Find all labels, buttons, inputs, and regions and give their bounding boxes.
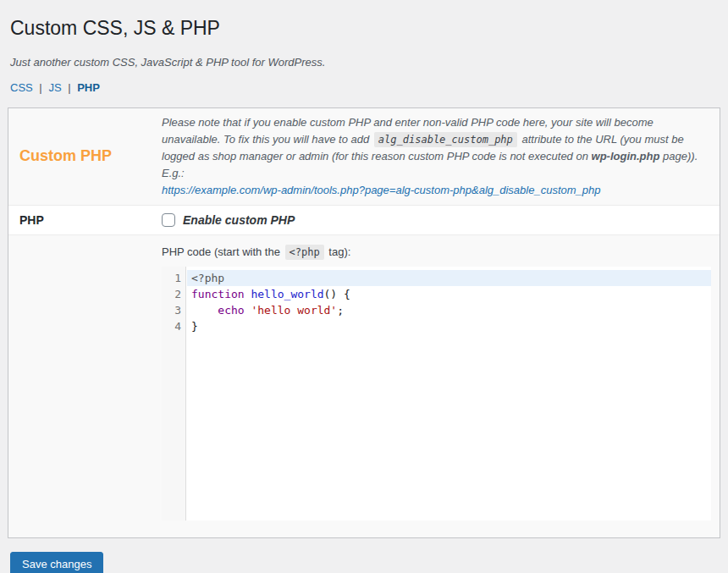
tab-js[interactable]: JS	[48, 81, 61, 94]
line-number: 3	[162, 302, 187, 318]
line-number: 4	[162, 318, 187, 334]
code-field-label: PHP code (start with the <?php tag):	[162, 244, 711, 261]
section-heading: Custom PHP	[19, 147, 112, 165]
php-row-label: PHP	[19, 213, 44, 227]
tab-nav: CSS | JS | PHP	[10, 81, 720, 94]
save-button[interactable]: Save changes	[10, 552, 103, 573]
settings-table: Custom PHP Please note that if you enabl…	[8, 107, 720, 538]
tab-css[interactable]: CSS	[10, 81, 33, 94]
inline-code-php-tag: <?php	[285, 245, 324, 260]
code-text: }	[187, 318, 711, 334]
code-line[interactable]: 3 echo 'hello world';	[162, 302, 711, 318]
php-warning-note: Please note that if you enable custom PH…	[153, 108, 720, 205]
admin-page: Custom CSS, JS & PHP Just another custom…	[0, 0, 728, 573]
code-line[interactable]: 2function hello_world() {	[162, 286, 711, 302]
code-editor-lines: 1<?php2function hello_world() {3 echo 'h…	[162, 267, 711, 334]
note-bold-filename: wp-login.php	[592, 150, 660, 163]
enable-custom-php-label[interactable]: Enable custom PHP	[183, 213, 295, 227]
line-number: 2	[162, 286, 187, 302]
code-editor[interactable]: 1<?php2function hello_world() {3 echo 'h…	[162, 267, 711, 521]
table-row-heading: Custom PHP Please note that if you enabl…	[8, 108, 720, 205]
enable-custom-php-checkbox[interactable]	[162, 213, 175, 227]
table-row-enable: PHP Enable custom PHP	[8, 205, 720, 234]
code-line[interactable]: 1<?php	[162, 270, 711, 286]
example-url-link[interactable]: https://example.com/wp-admin/tools.php?p…	[162, 182, 601, 199]
inline-code-disable-attr: alg_disable_custom_php	[374, 132, 517, 147]
page-subtitle: Just another custom CSS, JavaScript & PH…	[10, 56, 720, 69]
code-text: echo 'hello world';	[187, 302, 711, 318]
tab-separator: |	[68, 81, 70, 94]
tab-separator: |	[39, 81, 41, 94]
page-title: Custom CSS, JS & PHP	[10, 0, 720, 41]
table-row-code: PHP code (start with the <?php tag): 1<?…	[8, 234, 720, 537]
code-text: function hello_world() {	[187, 286, 711, 302]
code-text: <?php	[187, 270, 711, 286]
code-line[interactable]: 4}	[162, 318, 711, 334]
tab-php[interactable]: PHP	[77, 81, 100, 94]
line-number: 1	[162, 270, 187, 286]
